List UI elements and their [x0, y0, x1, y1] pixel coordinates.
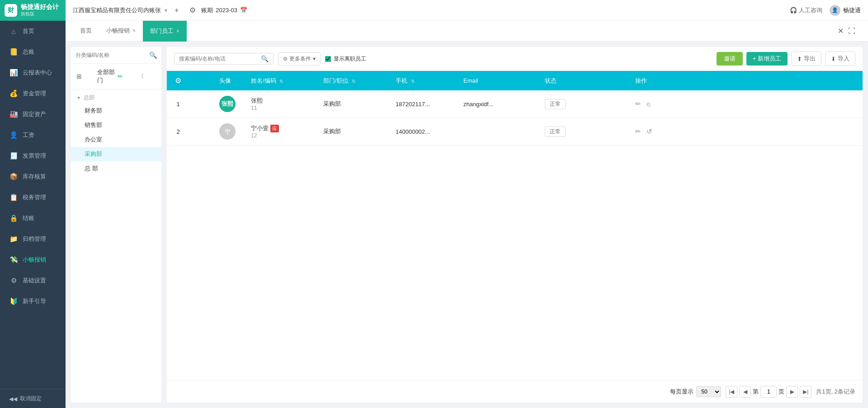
close-window-button[interactable]: ✕ [838, 27, 844, 35]
more-filter-button[interactable]: ⊜ 更多条件 ▾ [278, 52, 321, 66]
home-icon: ⌂ [9, 28, 18, 35]
dept-edit-icon[interactable]: ✏ [118, 73, 136, 80]
dept-group-root: ▼ 总部 财务部 销售部 办公室 采购部 [71, 89, 161, 178]
sidebar-item-guide[interactable]: 🔰 新手引导 [0, 291, 66, 312]
invite-button[interactable]: 邀请 [717, 52, 743, 66]
tax-icon: 📋 [9, 193, 18, 202]
col-settings[interactable]: ⚙ [167, 71, 189, 90]
employee-search-input[interactable] [179, 56, 258, 62]
all-dept-label: 全部部门 [97, 68, 115, 84]
sidebar-item-basic-settings[interactable]: ⚙ 基础设置 [0, 270, 66, 291]
tab-home[interactable]: 首页 [73, 21, 99, 42]
page-navigation: |◀ ◀ 第 页 ▶ ▶| [726, 386, 811, 398]
collapse-icon[interactable]: 《 [138, 73, 156, 80]
col-phone[interactable]: 手机 ⇅ [388, 71, 456, 90]
service-label: 人工咨询 [799, 6, 822, 14]
refresh-icon[interactable]: ↺ [646, 127, 652, 136]
sidebar-item-inventory[interactable]: 📦 库存核算 [0, 166, 66, 187]
basic-settings-icon: ⚙ [9, 277, 18, 285]
dept-sales[interactable]: 销售部 [71, 118, 161, 132]
first-page-button[interactable]: |◀ [726, 386, 737, 398]
sidebar-item-salary[interactable]: 👤 工资 [0, 125, 66, 145]
dept-grid-icon: ⊞ [76, 73, 94, 80]
dept-general[interactable]: 总 部 [71, 161, 161, 176]
sidebar-item-label: 结账 [23, 214, 34, 222]
row2-avatar: 宁 [212, 118, 244, 145]
logout-icon[interactable]: ⎋ [646, 100, 651, 108]
sidebar-item-reports[interactable]: 📊 云报表中心 [0, 62, 66, 83]
export-button[interactable]: ⬆ 导出 [791, 52, 821, 66]
show-resign-input[interactable] [325, 56, 331, 62]
tab-dept-employee-close[interactable]: × [176, 28, 179, 34]
sidebar-item-label: 云报表中心 [23, 69, 52, 77]
row1-name-code: 张熙 11 [244, 90, 316, 118]
prev-page-button[interactable]: ◀ [739, 386, 751, 398]
dept-finance[interactable]: 财务部 [71, 103, 161, 118]
tab-dept-employee[interactable]: 部门员工 × [143, 21, 187, 42]
xiaochang-icon: 💸 [9, 256, 18, 264]
last-page-button[interactable]: ▶| [800, 386, 811, 398]
sidebar-item-capital[interactable]: 💰 资金管理 [0, 83, 66, 104]
page-number-input[interactable] [760, 386, 777, 398]
edit-icon[interactable]: ✏ [635, 127, 641, 136]
employee-search-icon[interactable]: 🔍 [261, 55, 269, 62]
user-menu[interactable]: 👤 畅捷通 [830, 5, 861, 16]
per-page-select[interactable]: 10 20 50 100 [696, 386, 721, 397]
pagination: 每页显示 10 20 50 100 |◀ ◀ 第 页 [167, 380, 863, 403]
show-resign-checkbox[interactable]: 显示离职员工 [325, 55, 366, 63]
sidebar-item-label: 总账 [23, 48, 34, 56]
cancel-pin-button[interactable]: ◀◀ 取消固定 [0, 389, 66, 408]
sidebar-item-label: 固定资产 [23, 110, 46, 118]
row2-num: 2 [167, 118, 189, 145]
tab-xiaochang-close[interactable]: × [132, 28, 136, 34]
export-icon: ⬆ [797, 56, 802, 62]
import-button[interactable]: ⬇ 导入 [825, 52, 855, 66]
edit-icon[interactable]: ✏ [635, 100, 641, 108]
service-button[interactable]: 🎧 人工咨询 [790, 6, 822, 14]
main-layout: ⌂ 首页 📒 总账 📊 云报表中心 💰 资金管理 🏭 固定资产 👤 工资 🧾 发… [0, 21, 868, 408]
col-dept-position[interactable]: 部门/职位 ⇅ [316, 71, 388, 90]
per-page-label: 每页显示 [670, 388, 693, 396]
row2-email [456, 118, 538, 145]
row1-phone: 187202117... [388, 90, 456, 118]
next-page-button[interactable]: ▶ [786, 386, 798, 398]
dept-search-icon[interactable]: 🔍 [149, 52, 157, 59]
period-selector[interactable]: 账期 2023-03 📅 [201, 6, 247, 14]
tab-bar: 首页 小畅报销 × 部门员工 × ✕ ⛶ [66, 21, 868, 42]
add-button[interactable]: + [173, 5, 180, 16]
sidebar-item-fixed-assets[interactable]: 🏭 固定资产 [0, 104, 66, 125]
total-info: 共1页, 2条记录 [816, 388, 855, 396]
sidebar-item-invoice[interactable]: 🧾 发票管理 [0, 145, 66, 166]
pin-left-icon: ◀◀ [9, 396, 17, 402]
app-subtitle: 旗舰版 [21, 11, 59, 17]
add-employee-button[interactable]: + 新增员工 [746, 52, 788, 66]
maximize-button[interactable]: ⛶ [848, 27, 855, 35]
employee-name: 张熙 [251, 97, 309, 105]
column-settings-icon: ⚙ [175, 77, 181, 84]
sidebar-item-tax[interactable]: 📋 税务管理 [0, 187, 66, 208]
sidebar-item-archive[interactable]: 📁 归档管理 [0, 229, 66, 249]
cancel-pin-label: 取消固定 [20, 395, 42, 403]
sidebar-item-xiaochang[interactable]: 💸 小畅报销 [0, 249, 66, 270]
all-dept-item[interactable]: ⊞ 全部部门 ✏ 《 [71, 64, 161, 89]
app-title: 畅捷通好会计 [21, 3, 59, 11]
export-label: 导出 [804, 55, 816, 63]
sidebar-item-ledger[interactable]: 📒 总账 [0, 42, 66, 62]
sidebar-item-home[interactable]: ⌂ 首页 [0, 21, 66, 42]
row1-dept: 采购部 [316, 90, 388, 118]
row1-status: 正常 [538, 90, 628, 118]
company-selector[interactable]: 江西服宝精品有限责任公司内账张 ▾ [73, 6, 167, 14]
filter-icon: ⊜ [283, 56, 288, 62]
reports-icon: 📊 [9, 69, 18, 77]
dept-purchase[interactable]: 采购部 [71, 147, 161, 161]
tab-xiaochang[interactable]: 小畅报销 × [99, 21, 143, 42]
sort-phone-icon: ⇅ [411, 79, 415, 84]
avatar: 张熙 [219, 96, 236, 112]
col-name-code[interactable]: 姓名/编码 ⇅ [244, 71, 316, 90]
sidebar-item-closing[interactable]: 🔒 结账 [0, 208, 66, 229]
status-badge: 正常 [545, 99, 566, 109]
dept-search-input[interactable] [75, 52, 146, 58]
settings-button[interactable]: ⚙ [188, 4, 198, 16]
employee-search-box[interactable]: 🔍 [174, 53, 274, 65]
dept-office[interactable]: 办公室 [71, 132, 161, 147]
